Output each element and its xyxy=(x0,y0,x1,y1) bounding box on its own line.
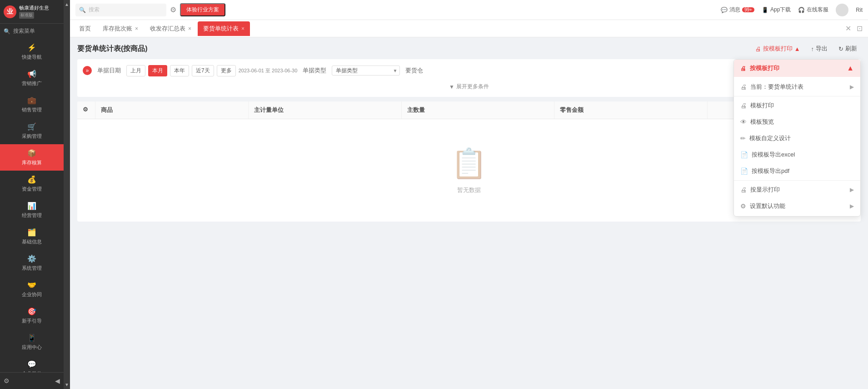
sidebar-item-coop[interactable]: 🤝 企业协同 xyxy=(0,276,64,303)
tab-close-icon[interactable]: × xyxy=(135,25,138,32)
template-print-button[interactable]: 🖨 按模板打印 ▲ xyxy=(752,43,804,55)
tab-home[interactable]: 首页 xyxy=(74,21,96,36)
sidebar-item-appstore[interactable]: 📱 应用中心 xyxy=(0,329,64,355)
refresh-button[interactable]: ↻ 刷新 xyxy=(835,43,861,55)
quick-nav-icon: ⚡ xyxy=(27,43,36,52)
sidebar-item-label: 经营管理 xyxy=(22,212,42,219)
sidebar-item-label: 资金管理 xyxy=(22,186,42,192)
sidebar-item-label: 销售管理 xyxy=(22,106,42,113)
user-name: Rit xyxy=(856,7,863,13)
page-header: 要货单统计表(按商品) 🖨 按模板打印 ▲ ↑ 导出 ↻ 刷新 xyxy=(77,43,861,55)
sidebar-item-system[interactable]: ⚙️ 系统管理 xyxy=(0,250,64,276)
tab-label: 首页 xyxy=(79,25,91,33)
dropdown-item-set-default[interactable]: ⚙ 设置默认功能 ▶ xyxy=(734,198,860,214)
sidebar-item-label: 应用中心 xyxy=(22,344,42,351)
marketing-icon: 📢 xyxy=(27,70,36,78)
date-btn-this-year[interactable]: 本年 xyxy=(170,65,189,76)
topbar-search[interactable]: 🔍 搜索 xyxy=(75,4,166,16)
topbar-actions: 💬 消息 99+ 📱 App下载 🎧 在线客服 Rit xyxy=(721,4,863,16)
search-menu[interactable]: 🔍 搜索菜单 xyxy=(0,24,64,39)
date-btn-7days[interactable]: 近7天 xyxy=(192,65,214,76)
item-left: 🖨 按显示打印 xyxy=(740,186,780,194)
app-download-button[interactable]: 📱 App下载 xyxy=(762,6,791,14)
dropdown-item-template-preview[interactable]: 👁 模板预览 xyxy=(734,114,860,130)
type-select[interactable]: 单据类型 xyxy=(332,66,400,76)
sidebar-item-sales[interactable]: 💼 销售管理 xyxy=(0,91,64,118)
expand-more-button[interactable]: ▼ 展开更多条件 xyxy=(445,81,493,92)
default-icon: ⚙ xyxy=(740,202,746,210)
trial-button[interactable]: 体验行业方案 xyxy=(180,3,225,16)
export-button[interactable]: ↑ 导出 xyxy=(808,43,832,55)
sidebar-item-quick-nav[interactable]: ⚡ 快捷导航 xyxy=(0,39,64,65)
dropdown-item-export-pdf[interactable]: 📄 按模板导出pdf xyxy=(734,163,860,179)
printer-icon: 🖨 xyxy=(755,45,761,52)
tab-close-icon[interactable]: × xyxy=(241,25,244,32)
sidebar-item-finance[interactable]: 💰 资金管理 xyxy=(0,171,64,197)
type-filter-label: 单据类型 xyxy=(303,66,326,75)
online-service-button[interactable]: 🎧 在线客服 xyxy=(798,6,828,14)
search-icon: 🔍 xyxy=(4,28,10,35)
date-btn-last-month[interactable]: 上月 xyxy=(126,65,145,76)
dropdown-close-icon[interactable]: ▲ xyxy=(847,64,854,72)
printer-icon: 🖨 xyxy=(740,102,747,109)
date-btn-more[interactable]: 更多 xyxy=(217,65,236,76)
sidebar-item-wechat[interactable]: 💬 企业微信 xyxy=(0,355,64,372)
app-logo: 业 畅康通好生意 标准版 xyxy=(0,0,64,24)
dropdown-item-template-custom[interactable]: ✏ 模板自定义设计 xyxy=(734,130,860,147)
settings-gear-icon[interactable]: ⚙ xyxy=(170,5,176,14)
sidebar-item-label: 快捷导航 xyxy=(22,54,42,61)
header-actions: 🖨 按模板打印 ▲ ↑ 导出 ↻ 刷新 🖨 xyxy=(752,43,861,55)
sidebar-item-inventory[interactable]: 📦 库存核算 xyxy=(0,144,64,171)
document-icon: 🖨 xyxy=(740,83,747,91)
system-icon: ⚙️ xyxy=(27,254,36,263)
tab-receipt-summary[interactable]: 收发存汇总表 × xyxy=(145,21,197,36)
item-label: 设置默认功能 xyxy=(750,202,785,210)
item-label: 按显示打印 xyxy=(750,186,780,194)
guide-icon: 🎯 xyxy=(27,307,36,316)
chevron-right-icon: ▶ xyxy=(850,84,854,90)
search-placeholder: 搜索 xyxy=(89,6,100,14)
message-button[interactable]: 💬 消息 99+ xyxy=(721,6,754,14)
tab-batch-account[interactable]: 库存批次账 × xyxy=(97,21,144,36)
sidebar-scroll-up[interactable]: ▲ xyxy=(64,2,70,7)
coop-icon: 🤝 xyxy=(27,281,36,289)
category-filter-label: 要货仓 xyxy=(405,66,423,75)
sidebar-item-purchase[interactable]: 🛒 采购管理 xyxy=(0,118,64,144)
message-icon: 💬 xyxy=(721,7,728,13)
dropdown-title-area: 🖨 按模板打印 xyxy=(740,64,779,72)
online-service-label: 在线客服 xyxy=(807,6,828,14)
dropdown-body: 🖨 当前：要货单统计表 ▶ 🖨 模板打印 xyxy=(734,77,860,216)
date-btn-this-month[interactable]: 本月 xyxy=(148,65,167,76)
export-label: 导出 xyxy=(816,45,828,53)
sidebar-item-label: 企业协同 xyxy=(22,291,42,298)
date-filter: 上月 本月 本年 近7天 更多 2023-06-01 至 2023-06-30 xyxy=(126,65,297,76)
settings-icon[interactable]: ⚙ xyxy=(4,377,10,384)
chevron-up-icon: ▲ xyxy=(794,45,800,52)
settings-icon[interactable]: ⚙ xyxy=(83,106,88,113)
item-left: ⚙ 设置默认功能 xyxy=(740,202,785,210)
export-icon: ↑ xyxy=(811,45,814,52)
avatar[interactable] xyxy=(836,4,848,16)
purchase-icon: 🛒 xyxy=(27,122,36,131)
close-window-icon[interactable]: ✕ xyxy=(843,24,853,33)
sidebar-item-guide[interactable]: 🎯 新手引导 xyxy=(0,303,64,329)
message-badge: 99+ xyxy=(742,7,754,12)
sidebar-item-label: 采购管理 xyxy=(22,133,42,140)
expand-icon[interactable]: » xyxy=(83,66,92,75)
tab-order-stats[interactable]: 要货单统计表 × xyxy=(198,21,250,36)
dropdown-item-display-print[interactable]: 🖨 按显示打印 ▶ xyxy=(734,182,860,198)
dropdown-item-export-excel[interactable]: 📄 按模板导出excel xyxy=(734,147,860,163)
search-icon: 🔍 xyxy=(79,7,86,13)
tab-close-icon[interactable]: × xyxy=(188,25,191,32)
app-download-label: App下载 xyxy=(770,6,791,14)
collapse-icon[interactable]: ◀ xyxy=(55,377,60,384)
sidebar-item-label: 新手引导 xyxy=(22,318,42,324)
dropdown-current-item[interactable]: 🖨 当前：要货单统计表 ▶ xyxy=(734,79,860,95)
sidebar-item-marketing[interactable]: 📢 营销推广 xyxy=(0,65,64,91)
maximize-icon[interactable]: ⊡ xyxy=(855,24,864,33)
sidebar-item-basic[interactable]: 🗂️ 基础信息 xyxy=(0,223,64,250)
sidebar-scroll-down[interactable]: ▼ xyxy=(64,382,70,387)
sidebar-item-operation[interactable]: 📊 经营管理 xyxy=(0,197,64,223)
dropdown-item-template-print[interactable]: 🖨 模板打印 xyxy=(734,97,860,114)
excel-icon: 📄 xyxy=(740,151,748,158)
